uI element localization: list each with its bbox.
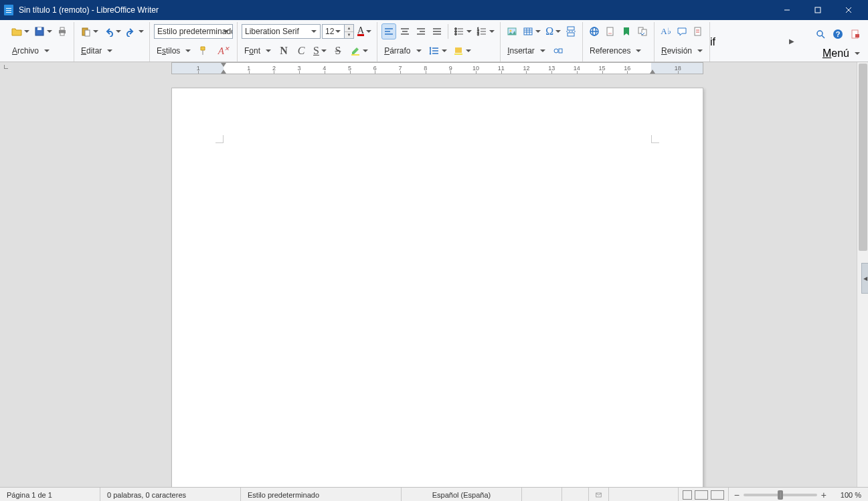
align-right-button[interactable]: [414, 23, 428, 39]
align-left-button[interactable]: [381, 23, 396, 39]
zoom-in-icon[interactable]: +: [821, 490, 827, 500]
review-menu[interactable]: Revisión: [659, 45, 705, 57]
paragraph-style-combo[interactable]: Estilo predeterminado: [154, 24, 233, 39]
svg-rect-10: [85, 30, 90, 36]
font-size-combo[interactable]: 12: [322, 24, 345, 39]
save-button[interactable]: [32, 23, 54, 39]
ruler-number: 9: [449, 65, 452, 72]
ruler-number: 10: [472, 65, 479, 72]
zoom-out-icon[interactable]: −: [734, 490, 740, 500]
document-canvas[interactable]: 11234567891011121314151618 ◀: [12, 62, 868, 487]
underline-button[interactable]: S: [311, 43, 328, 59]
horizontal-ruler[interactable]: 11234567891011121314151618: [171, 62, 703, 74]
numbering-button[interactable]: 123: [474, 23, 496, 39]
status-selection-mode[interactable]: [562, 488, 589, 501]
clone-formatting-button[interactable]: [196, 43, 211, 59]
undo-button[interactable]: [101, 23, 122, 39]
status-style[interactable]: Estilo predeterminado: [241, 488, 402, 501]
book-view-icon[interactable]: [711, 490, 724, 500]
paragraph-menu[interactable]: Párrafo: [381, 45, 424, 57]
strike-button[interactable]: S: [331, 43, 345, 59]
ruler-number: 7: [398, 65, 402, 72]
font-menu[interactable]: Font: [242, 45, 274, 57]
status-signature[interactable]: [589, 488, 609, 501]
file-menu[interactable]: AArchivorchivo: [9, 45, 52, 57]
zoom-slider[interactable]: [744, 494, 817, 496]
margin-corner-icon: [651, 135, 659, 143]
status-page[interactable]: Página 1 de 1: [0, 488, 100, 501]
ruler-number: 8: [424, 65, 427, 72]
insert-table-button[interactable]: [521, 23, 542, 39]
zoom-control[interactable]: − +: [729, 488, 832, 501]
close-button[interactable]: [833, 0, 864, 20]
readonly-button[interactable]: [848, 26, 863, 42]
group-file: AArchivorchivo: [5, 22, 74, 62]
maximize-button[interactable]: [802, 0, 833, 20]
footnote-button[interactable]: [603, 23, 618, 39]
titlebar: Sin título 1 (remoto) - LibreOffice Writ…: [0, 0, 868, 20]
status-wordcount[interactable]: 0 palabras, 0 caracteres: [100, 488, 241, 501]
italic-button[interactable]: C: [294, 43, 309, 59]
minimize-button[interactable]: [772, 0, 802, 20]
svg-point-24: [455, 28, 457, 30]
line-spacing-button[interactable]: [427, 43, 448, 59]
svg-rect-55: [607, 27, 613, 35]
svg-point-28: [455, 33, 457, 35]
spellcheck-button[interactable]: A♭: [659, 23, 673, 39]
highlight-button[interactable]: [348, 43, 369, 59]
comment-button[interactable]: [675, 23, 689, 39]
help-button[interactable]: ?: [831, 26, 845, 42]
clear-formatting-button[interactable]: A✕: [213, 43, 228, 59]
edit-menu[interactable]: Editar: [78, 45, 115, 57]
align-justify-button[interactable]: [430, 23, 444, 39]
font-color-button[interactable]: A: [355, 23, 373, 39]
bookmark-button[interactable]: [619, 23, 634, 39]
find-button[interactable]: [813, 26, 828, 42]
insert-menu[interactable]: Insertar: [505, 45, 548, 57]
menu-button[interactable]: Menú: [820, 46, 863, 61]
ruler-number: 5: [348, 65, 351, 72]
paste-button[interactable]: [78, 23, 100, 39]
insert-image-button[interactable]: [505, 23, 519, 39]
view-layout-buttons[interactable]: [679, 488, 729, 501]
redo-button[interactable]: [124, 23, 145, 39]
track-changes-button[interactable]: [691, 23, 705, 39]
ruler-number: 16: [624, 65, 630, 72]
multi-page-icon[interactable]: [695, 490, 708, 500]
open-button[interactable]: [9, 23, 31, 39]
svg-rect-7: [60, 27, 64, 30]
sidebar-toggle[interactable]: ◀: [861, 263, 868, 294]
references-menu[interactable]: References: [587, 45, 644, 57]
svg-rect-5: [37, 27, 41, 30]
special-char-button[interactable]: Ω: [543, 23, 562, 39]
ruler-number: 6: [373, 65, 377, 72]
svg-rect-8: [60, 33, 64, 35]
group-review: A♭ Revisión: [655, 22, 710, 62]
group-styles: Estilo predeterminado Estilos A✕: [150, 22, 238, 62]
svg-rect-42: [524, 28, 532, 35]
toolbar-expand-icon[interactable]: ▶: [789, 37, 794, 45]
document-page[interactable]: [171, 88, 703, 487]
zoom-percent[interactable]: 100 %: [832, 488, 868, 501]
print-button[interactable]: [55, 23, 70, 39]
draw-functions-button[interactable]: [551, 43, 566, 59]
para-bgcolor-button[interactable]: [451, 43, 472, 59]
single-page-icon[interactable]: [683, 490, 692, 500]
statusbar: Página 1 de 1 0 palabras, 0 caracteres E…: [0, 487, 868, 501]
styles-menu[interactable]: Estilos: [154, 45, 193, 57]
svg-point-41: [510, 30, 512, 32]
ruler-number: 18: [675, 65, 681, 72]
ruler-number: 3: [298, 65, 301, 72]
page-break-button[interactable]: [563, 23, 578, 39]
status-insert-mode[interactable]: [522, 488, 562, 501]
bold-button[interactable]: N: [276, 43, 291, 59]
ruler-number: 12: [523, 65, 529, 72]
crossref-button[interactable]: [635, 23, 650, 39]
svg-rect-51: [559, 49, 562, 53]
status-language[interactable]: Español (España): [402, 488, 522, 501]
hyperlink-button[interactable]: [587, 23, 602, 39]
font-size-spinner[interactable]: ▲▼: [345, 24, 354, 39]
align-center-button[interactable]: [398, 23, 412, 39]
bullets-button[interactable]: [452, 23, 473, 39]
font-name-combo[interactable]: Liberation Serif: [242, 24, 321, 39]
